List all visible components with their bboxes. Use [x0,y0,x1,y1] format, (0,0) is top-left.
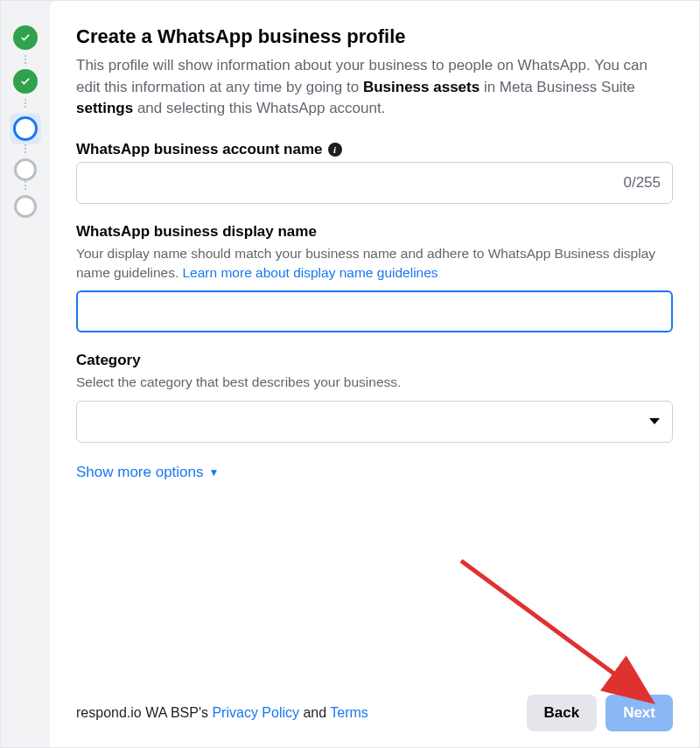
desc-bold: settings [76,100,133,116]
page-description: This profile will show information about… [76,55,673,120]
label-text: Category [76,352,141,369]
display-name-guidelines-link[interactable]: Learn more about display name guidelines [183,265,438,280]
step-1-done [13,25,38,50]
privacy-policy-link[interactable]: Privacy Policy [212,705,299,720]
show-more-options-link[interactable]: Show more options ▼ [76,464,673,481]
footer: respond.io WA BSP's Privacy Policy and T… [76,679,673,731]
check-icon [19,75,32,87]
category-help: Select the category that best describes … [76,373,673,392]
char-counter: 0/255 [623,174,661,192]
step-4-pending [14,158,37,181]
legal-and: and [299,705,330,720]
legal-text: respond.io WA BSP's Privacy Policy and T… [76,705,368,721]
check-icon [19,31,32,44]
category-select[interactable] [76,401,673,443]
info-icon[interactable]: i [328,143,342,157]
field-category: Category Select the category that best d… [76,352,673,443]
category-label: Category [76,352,673,369]
page-title: Create a WhatsApp business profile [76,25,673,48]
chevron-down-icon: ▼ [209,466,220,479]
next-button[interactable]: Next [606,695,673,731]
step-3-active [10,113,41,144]
label-text: WhatsApp business display name [76,223,317,241]
account-name-input[interactable] [76,162,673,204]
label-text: WhatsApp business account name [76,141,323,158]
svg-line-0 [461,561,645,696]
step-active-circle-icon [13,116,38,141]
step-connector [24,144,26,153]
desc-text: in Meta Business Suite [480,79,635,95]
account-name-label: WhatsApp business account name i [76,141,673,158]
legal-prefix: respond.io WA BSP's [76,705,212,720]
back-button[interactable]: Back [527,695,598,731]
form-panel: Create a WhatsApp business profile This … [50,1,699,747]
display-name-label: WhatsApp business display name [76,223,673,241]
step-connector [24,99,26,108]
step-connector [24,55,26,64]
display-name-help: Your display name should match your busi… [76,244,673,282]
step-5-pending [14,195,37,218]
desc-text: and selecting this WhatsApp account. [133,100,385,116]
field-display-name: WhatsApp business display name Your disp… [76,223,673,332]
display-name-input[interactable] [76,290,673,332]
wizard-stepper [1,1,50,747]
step-connector [24,181,26,190]
button-row: Back Next [527,695,674,731]
terms-link[interactable]: Terms [330,705,368,720]
chevron-down-icon [648,414,661,430]
desc-bold: Business assets [363,79,480,95]
step-2-done [13,69,38,94]
field-account-name: WhatsApp business account name i 0/255 [76,141,673,204]
show-more-text: Show more options [76,464,204,481]
